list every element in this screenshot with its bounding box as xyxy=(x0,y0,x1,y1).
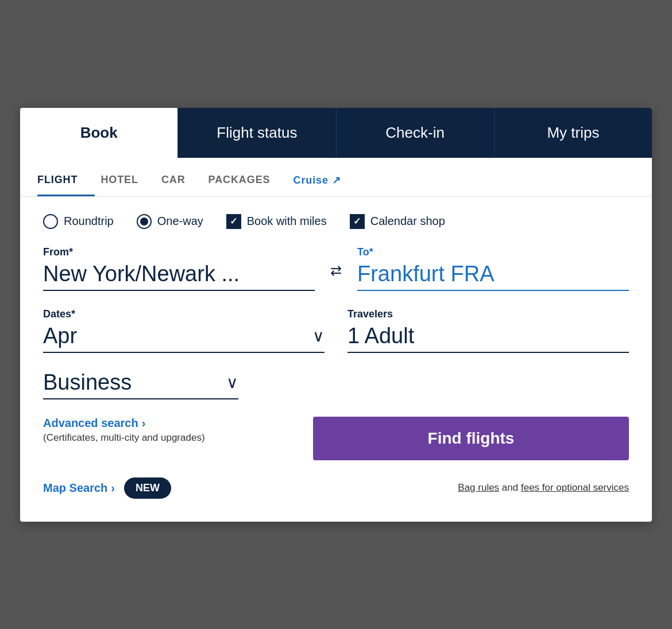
dates-select[interactable]: Apr ∨ xyxy=(43,324,325,353)
calendar-shop-label: Calendar shop xyxy=(370,215,445,228)
roundtrip-option[interactable]: Roundtrip xyxy=(43,214,114,229)
main-content: Roundtrip One-way ✓ Book with miles ✓ Ca… xyxy=(20,197,652,522)
bag-links-separator: and xyxy=(502,482,521,493)
from-input[interactable]: New York/Newark ... xyxy=(43,262,315,291)
find-flights-button[interactable]: Find flights xyxy=(313,417,629,460)
from-group: From* New York/Newark ... xyxy=(43,246,315,291)
cabin-row: Business ∨ xyxy=(43,370,629,399)
book-with-miles-checkbox[interactable]: ✓ xyxy=(226,214,241,229)
oneway-option[interactable]: One-way xyxy=(137,214,203,229)
dates-label: Dates* xyxy=(43,308,325,320)
subtab-cruise[interactable]: Cruise ↗ xyxy=(293,164,358,196)
tab-book[interactable]: Book xyxy=(20,108,178,158)
actions-row: Advanced search › (Certificates, multi-c… xyxy=(43,417,629,460)
new-badge: NEW xyxy=(124,477,171,499)
tab-check-in[interactable]: Check-in xyxy=(337,108,495,158)
travelers-group: Travelers 1 Adult xyxy=(347,308,629,353)
advanced-search-area: Advanced search › (Certificates, multi-c… xyxy=(43,417,290,444)
cabin-select[interactable]: Business ∨ xyxy=(43,370,238,399)
advanced-search-arrow-icon: › xyxy=(142,417,146,430)
roundtrip-radio[interactable] xyxy=(43,214,58,229)
from-to-row: From* New York/Newark ... ⇄ To* Frankfur… xyxy=(43,246,629,291)
top-tab-bar: Book Flight status Check-in My trips xyxy=(20,108,652,158)
map-search-label: Map Search xyxy=(43,482,107,495)
from-label: From* xyxy=(43,246,315,258)
sub-tab-bar: FLIGHT HOTEL CAR PACKAGES Cruise ↗ xyxy=(20,164,652,197)
subtab-packages[interactable]: PACKAGES xyxy=(208,164,288,196)
map-search-area: Map Search › NEW xyxy=(43,477,171,499)
advanced-search-label: Advanced search xyxy=(43,417,138,430)
advanced-search-subtext: (Certificates, multi-city and upgrades) xyxy=(43,432,290,444)
calendar-shop-option[interactable]: ✓ Calendar shop xyxy=(350,214,445,229)
book-with-miles-label: Book with miles xyxy=(247,215,327,228)
subtab-flight[interactable]: FLIGHT xyxy=(37,164,95,196)
oneway-label: One-way xyxy=(157,215,203,228)
oneway-radio[interactable] xyxy=(137,214,152,229)
trip-options-row: Roundtrip One-way ✓ Book with miles ✓ Ca… xyxy=(43,214,629,229)
dates-group: Dates* Apr ∨ xyxy=(43,308,325,353)
booking-card: Book Flight status Check-in My trips FLI… xyxy=(20,108,652,522)
travelers-select[interactable]: 1 Adult xyxy=(347,324,629,353)
bag-links-area: Bag rules and fees for optional services xyxy=(458,482,629,494)
tab-my-trips[interactable]: My trips xyxy=(495,108,652,158)
travelers-label: Travelers xyxy=(347,308,629,320)
optional-services-link[interactable]: fees for optional services xyxy=(521,482,629,493)
to-label: To* xyxy=(357,246,629,258)
travelers-value: 1 Adult xyxy=(347,324,629,348)
advanced-search-link[interactable]: Advanced search › xyxy=(43,417,290,430)
subtab-hotel[interactable]: HOTEL xyxy=(101,164,156,196)
map-search-arrow-icon: › xyxy=(111,482,115,495)
cabin-value: Business xyxy=(43,370,226,395)
map-search-row: Map Search › NEW Bag rules and fees for … xyxy=(43,477,629,499)
swap-button[interactable]: ⇄ xyxy=(320,255,352,286)
dates-chevron-icon: ∨ xyxy=(312,327,325,345)
to-input[interactable]: Frankfurt FRA xyxy=(357,262,629,291)
tab-flight-status[interactable]: Flight status xyxy=(178,108,336,158)
dates-value: Apr xyxy=(43,324,312,348)
bag-rules-link[interactable]: Bag rules xyxy=(458,482,499,493)
map-search-link[interactable]: Map Search › xyxy=(43,482,115,495)
calendar-shop-checkbox[interactable]: ✓ xyxy=(350,214,365,229)
to-group: To* Frankfurt FRA xyxy=(357,246,629,291)
book-with-miles-option[interactable]: ✓ Book with miles xyxy=(226,214,327,229)
dates-travelers-row: Dates* Apr ∨ Travelers 1 Adult xyxy=(43,308,629,353)
roundtrip-label: Roundtrip xyxy=(64,215,114,228)
subtab-car[interactable]: CAR xyxy=(161,164,203,196)
cabin-chevron-icon: ∨ xyxy=(226,373,238,392)
